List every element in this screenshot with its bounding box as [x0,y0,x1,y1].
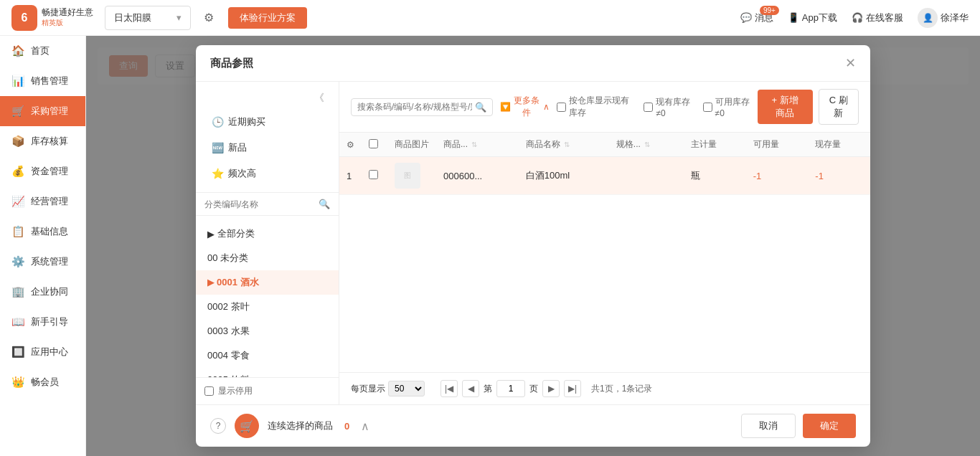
message-btn[interactable]: 💬 消息 99+ [740,11,773,24]
next-page-button[interactable]: ▶ [542,380,560,397]
modal-close-button[interactable]: ✕ [845,55,856,71]
category-search-input[interactable] [204,199,314,209]
sidebar: 🏠 首页 📊 销售管理 🛒 采购管理 📦 库存核算 💰 资金管理 📈 经营管理 … [0,36,86,456]
first-page-button[interactable]: |◀ [440,380,458,397]
th-spec[interactable]: 规格... ⇅ [609,133,684,157]
th-img: 商品图片 [387,133,436,157]
check-by-warehouse[interactable]: 按仓库显示现有库存 [557,95,633,119]
check-stock-input[interactable] [644,103,653,112]
purchase-icon: 🛒 [11,105,25,118]
row-code: 000600... [436,157,519,195]
sidebar-item-inventory[interactable]: 📦 库存核算 [0,126,85,156]
finance-icon: 💰 [11,165,25,178]
exp-btn[interactable]: 体验行业方案 [228,7,307,29]
apps-icon: 🔲 [11,346,25,358]
product-image: 图 [395,163,420,189]
sidebar-item-guide[interactable]: 📖 新手引导 [0,307,85,337]
search-icon[interactable]: 🔍 [475,102,486,113]
refresh-button[interactable]: C 刷新 [819,89,859,125]
check-avail-input[interactable] [703,103,712,112]
per-page: 每页显示 102050100 [351,381,425,396]
sidebar-item-finance[interactable]: 💰 资金管理 [0,156,85,186]
logo-icon: 6 [11,5,37,31]
inventory-icon: 📦 [11,135,25,148]
last-page-button[interactable]: ▶| [564,380,581,397]
confirm-button[interactable]: 确定 [803,414,856,438]
category-search-icon[interactable]: 🔍 [319,199,330,209]
cat-all[interactable]: ▶ 全部分类 [196,222,339,246]
app-download-btn[interactable]: 📱 App下载 [788,11,837,24]
check-stock-nonzero[interactable]: 现有库存≠0 [644,96,691,118]
sidebar-item-basic[interactable]: 📋 基础信息 [0,217,85,247]
show-disabled-checkbox[interactable] [204,386,214,396]
check-avail-nonzero[interactable]: 可用库存≠0 [703,96,750,118]
sort-code-icon: ⇅ [471,141,477,148]
message-icon: 💬 [740,12,752,23]
prev-page-button[interactable]: ◀ [462,380,479,397]
sidebar-item-home[interactable]: 🏠 首页 [0,36,85,66]
sidebar-item-apps[interactable]: 🔲 应用中心 [0,337,85,367]
product-search-input[interactable] [357,102,472,112]
basic-icon: 📋 [11,225,25,238]
row-img: 图 [387,157,436,195]
cart-button[interactable]: 🛒 [235,414,259,438]
th-code[interactable]: 商品... ⇅ [436,133,519,157]
product-search-box: 🔍 [351,98,493,116]
th-unit[interactable]: 主计量 [684,133,746,157]
sidebar-item-enterprise[interactable]: 🏢 企业协同 [0,277,85,307]
filter-button[interactable]: 🔽 更多条件 ∧ [500,95,550,119]
per-page-select[interactable]: 102050100 [388,381,425,396]
chevron-up-icon: ∧ [543,102,550,112]
phone-icon: 📱 [788,12,799,23]
cat-0004[interactable]: 0004 零食 [196,343,339,368]
cat-0005[interactable]: 0005 饮料 [196,368,339,377]
th-avail[interactable]: 可用量 [746,133,809,157]
content-area: 查询 设置 刷新 商品参照 ✕ 《 [86,36,980,456]
selected-count: 0 [344,421,349,432]
product-table: ⚙ 商品图片 商品... [339,133,870,195]
table-row[interactable]: 1 图 000600... 白酒100ml 瓶 -1 -1 [339,157,870,195]
left-panel-tabs: 《 🕒 近期购买 🆕 新品 ⭐ [196,82,339,193]
sidebar-item-sales[interactable]: 📊 销售管理 [0,66,85,96]
cat-0003[interactable]: 0003 水果 [196,319,339,343]
page-number-input[interactable] [496,380,525,397]
settings-button[interactable]: ⚙ [197,6,221,30]
modal-footer: ? 🛒 连续选择的商品 0 ∧ 取消 确定 [196,404,870,447]
tab-new[interactable]: 🆕 新品 [204,136,330,159]
sidebar-item-member[interactable]: 👑 畅会员 [0,367,85,397]
select-all-checkbox[interactable] [369,139,378,148]
cat-00[interactable]: 00 未分类 [196,246,339,270]
row-spec [609,157,684,195]
system-icon: ⚙️ [11,255,25,268]
sidebar-item-operations[interactable]: 📈 经营管理 [0,186,85,217]
tab-frequent[interactable]: ⭐ 频次高 [204,162,330,185]
cat-0001[interactable]: ▶ 0001 酒水 [196,270,339,295]
th-name[interactable]: 商品名称 ⇅ [519,133,609,157]
product-table-wrapper: ⚙ 商品图片 商品... [339,133,870,372]
user-avatar[interactable]: 👤 徐泽华 [918,8,969,28]
service-btn[interactable]: 🎧 在线客服 [852,11,903,24]
org-selector[interactable]: 日太阳膜 ▾ [105,6,191,30]
modal-header: 商品参照 ✕ [196,45,870,82]
logo-text: 畅捷通好生意 [42,7,93,19]
message-badge: 99+ [760,6,779,15]
check-warehouse-input[interactable] [557,103,566,112]
footer-collapse-button[interactable]: ∧ [361,419,369,433]
enterprise-icon: 🏢 [11,285,25,298]
th-settings[interactable]: ⚙ [339,133,362,157]
tab-recent[interactable]: 🕒 近期购买 [204,110,330,133]
sidebar-item-system[interactable]: ⚙️ 系统管理 [0,247,85,277]
help-icon[interactable]: ? [210,418,226,434]
cat-0002[interactable]: 0002 茶叶 [196,295,339,319]
footer-actions: 取消 确定 [741,414,856,438]
add-product-button[interactable]: + 新增商品 [758,90,813,124]
new-icon: 🆕 [212,142,224,153]
row-check[interactable] [362,157,387,195]
th-stock[interactable]: 现存量 [808,133,870,157]
pagination: 每页显示 102050100 |◀ ◀ 第 页 ▶ ▶| 共1页，1条记录 [339,372,870,404]
sidebar-item-purchase[interactable]: 🛒 采购管理 [0,96,85,126]
category-list: ▶ 全部分类 00 未分类 ▶ 0001 酒水 0002 茶 [196,216,339,377]
toolbar-right: + 新增商品 C 刷新 [758,89,859,125]
cancel-button[interactable]: 取消 [741,414,796,438]
collapse-panel-button[interactable]: 《 [308,89,330,108]
